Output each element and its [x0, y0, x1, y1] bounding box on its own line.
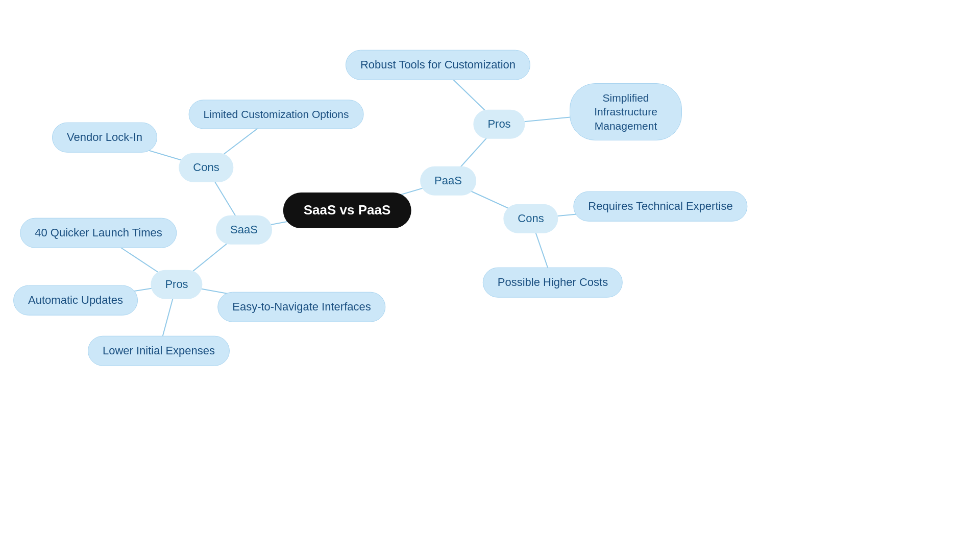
- paas-pros-node: Pros: [473, 110, 525, 139]
- vendor-lockin-node: Vendor Lock-In: [52, 123, 157, 153]
- lower-expenses-node: Lower Initial Expenses: [88, 336, 230, 366]
- possible-higher-node: Possible Higher Costs: [483, 268, 623, 298]
- simplified-infra-node: Simplified Infrastructure Management: [570, 83, 682, 140]
- saas-node: SaaS: [216, 215, 272, 245]
- quicker-launch-node: 40 Quicker Launch Times: [20, 218, 177, 248]
- saas-pros-node: Pros: [151, 270, 202, 299]
- limited-customization-node: Limited Customization Options: [189, 100, 364, 129]
- automatic-updates-node: Automatic Updates: [13, 285, 138, 316]
- requires-tech-node: Requires Technical Expertise: [573, 191, 747, 222]
- easy-navigate-node: Easy-to-Navigate Interfaces: [217, 292, 385, 322]
- center-node: SaaS vs PaaS: [283, 193, 411, 228]
- robust-tools-node: Robust Tools for Customization: [346, 50, 530, 80]
- paas-node: PaaS: [420, 166, 476, 196]
- saas-cons-node: Cons: [179, 153, 233, 182]
- paas-cons-node: Cons: [503, 204, 558, 233]
